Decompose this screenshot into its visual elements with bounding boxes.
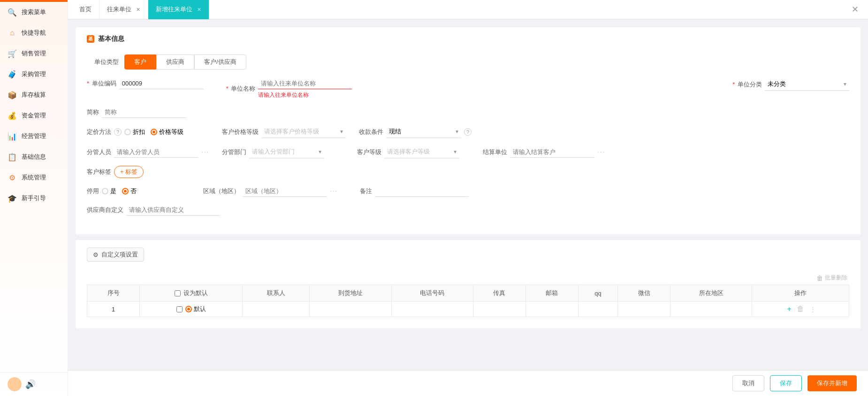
tab-new-unit[interactable]: 新增往来单位 ✕: [148, 0, 209, 19]
gear-icon: ⚙: [8, 173, 17, 182]
radio-discount[interactable]: 折扣: [124, 128, 145, 136]
radio-yes[interactable]: 是: [102, 187, 116, 195]
col-email: 邮箱: [525, 285, 578, 302]
col-fax: 传真: [473, 285, 525, 302]
radio-price-level-label: 价格等级: [159, 128, 183, 136]
sidebar-item-operations[interactable]: 📊 经营管理: [0, 126, 68, 147]
footer-bar: 取消 保存 保存并新增: [68, 370, 868, 396]
settlement-unit-more-btn[interactable]: ···: [597, 148, 605, 156]
customer-level-label: 客户等级: [357, 148, 381, 156]
region-label: 区域（地区）: [203, 187, 240, 195]
settlement-unit-field: 结算单位 ···: [483, 147, 614, 158]
select-all-checkbox[interactable]: [175, 290, 181, 296]
customer-price-level-select[interactable]: 请选择客户价格等级 ▾: [261, 125, 346, 138]
unit-category-select[interactable]: 未分类 ▾: [765, 78, 849, 91]
row-default: 默认: [140, 302, 243, 317]
save-new-button[interactable]: 保存并新增: [807, 375, 857, 391]
sidebar-item-inventory[interactable]: 📦 库存核算: [0, 85, 68, 105]
tab-new-unit-label: 新增往来单位: [156, 5, 192, 14]
unit-name-input[interactable]: [258, 78, 352, 89]
table-row: 1 默认: [87, 302, 849, 317]
section-title: 基 基本信息: [87, 35, 849, 47]
unit-type-supplier[interactable]: 供应商: [156, 54, 194, 70]
radio-no[interactable]: 否: [122, 187, 137, 195]
sidebar-item-guide[interactable]: 🎓 新手引导: [0, 188, 68, 209]
col-seq: 序号: [87, 285, 140, 302]
unit-category-label: * 单位分类: [732, 80, 762, 89]
sidebar-item-label: 经营管理: [22, 132, 46, 140]
tab-transaction-units-close[interactable]: ✕: [136, 7, 140, 13]
sidebar-item-basic-info[interactable]: 📋 基础信息: [0, 147, 68, 167]
save-button[interactable]: 保存: [770, 375, 802, 391]
unit-code-input[interactable]: [119, 78, 204, 89]
row-resize-handle: ⋮: [810, 306, 816, 313]
cart-icon: 🛒: [8, 49, 17, 58]
row-contact: [243, 302, 310, 317]
sidebar-item-label: 销售管理: [22, 49, 46, 58]
supervisor-more-btn[interactable]: ···: [201, 148, 209, 156]
search-icon: 🔍: [8, 8, 17, 17]
chevron-down-icon: ▾: [319, 148, 321, 155]
pricing-radio-group: 折扣 价格等级: [124, 128, 183, 136]
row-default-radio[interactable]: 默认: [185, 305, 206, 313]
row-seq: 1: [87, 302, 140, 317]
department-select[interactable]: 请输入分管部门 ▾: [249, 146, 324, 158]
settlement-unit-label: 结算单位: [483, 148, 507, 156]
sidebar-item-system[interactable]: ⚙ 系统管理: [0, 167, 68, 188]
tab-transaction-units-label: 往来单位: [107, 5, 131, 14]
add-tag-button[interactable]: + 标签: [114, 166, 144, 178]
form-row-7: 供应商自定义: [87, 204, 849, 216]
unit-name-label: * 单位名称: [226, 85, 256, 93]
col-qq: qq: [578, 285, 618, 302]
payment-terms-help-icon[interactable]: ?: [464, 128, 472, 136]
cancel-button[interactable]: 取消: [732, 375, 764, 391]
supplier-custom-input[interactable]: [126, 204, 220, 216]
customer-level-placeholder: 请选择客户等级: [387, 148, 430, 156]
radio-price-level[interactable]: 价格等级: [151, 128, 183, 136]
chevron-down-icon: ▾: [844, 81, 846, 87]
tab-home[interactable]: 首页: [72, 0, 99, 19]
row-checkbox[interactable]: [176, 306, 183, 312]
radio-no-label: 否: [130, 187, 137, 195]
sidebar: 🔍 搜索菜单 ⌂ 快捷导航 🛒 销售管理 🧳 采购管理 📦 库存核算 💰 资金管…: [0, 0, 68, 396]
short-name-input[interactable]: [102, 107, 186, 118]
row-email: [525, 302, 578, 317]
region-more-btn[interactable]: ···: [330, 187, 337, 195]
tab-new-unit-close[interactable]: ✕: [197, 7, 201, 13]
row-delete-button[interactable]: 🗑: [795, 305, 806, 313]
sidebar-item-finance[interactable]: 💰 资金管理: [0, 105, 68, 126]
sidebar-item-quick-nav[interactable]: ⌂ 快捷导航: [0, 23, 68, 43]
custom-settings-button[interactable]: ⚙ 自定义项设置: [87, 248, 144, 262]
row-delivery: [310, 302, 391, 317]
unit-category-value: 未分类: [768, 80, 786, 88]
customer-price-level-field: 客户价格等级 请选择客户价格等级 ▾: [222, 125, 346, 138]
form-row-3: 定价方法 ? 折扣 价格等级 客户价格等: [87, 125, 849, 138]
sidebar-item-search[interactable]: 🔍 搜索菜单: [0, 2, 68, 23]
sidebar-item-sales[interactable]: 🛒 销售管理: [0, 43, 68, 64]
region-input[interactable]: [243, 186, 327, 197]
unit-code-field: * 单位编码: [87, 78, 204, 89]
supervisor-input[interactable]: [114, 147, 198, 158]
guide-icon: 🎓: [8, 194, 17, 203]
tab-transaction-units[interactable]: 往来单位 ✕: [99, 0, 148, 19]
batch-delete-label[interactable]: 批量删除: [825, 274, 847, 282]
supplier-custom-field: 供应商自定义: [87, 204, 220, 216]
payment-terms-select[interactable]: 现结 ▾: [386, 125, 461, 138]
col-action: 操作: [752, 285, 849, 302]
department-label: 分管部门: [222, 148, 246, 156]
settlement-unit-input[interactable]: [510, 147, 594, 158]
customer-level-select[interactable]: 请选择客户等级 ▾: [384, 146, 459, 158]
col-region: 所在地区: [670, 285, 752, 302]
row-add-button[interactable]: +: [785, 305, 793, 313]
unit-type-both[interactable]: 客户/供应商: [194, 54, 246, 70]
unit-type-customer[interactable]: 客户: [124, 54, 156, 70]
sidebar-item-purchase[interactable]: 🧳 采购管理: [0, 64, 68, 85]
supplier-custom-label: 供应商自定义: [87, 206, 123, 214]
pricing-help-icon[interactable]: ?: [114, 128, 122, 136]
bag-icon: 🧳: [8, 70, 17, 79]
batch-delete-icon: 🗑: [816, 274, 823, 282]
close-all-tabs[interactable]: ✕: [846, 4, 864, 15]
row-default-radio-circle: [185, 306, 192, 312]
radio-no-circle: [122, 188, 129, 194]
remarks-input[interactable]: [375, 186, 469, 197]
